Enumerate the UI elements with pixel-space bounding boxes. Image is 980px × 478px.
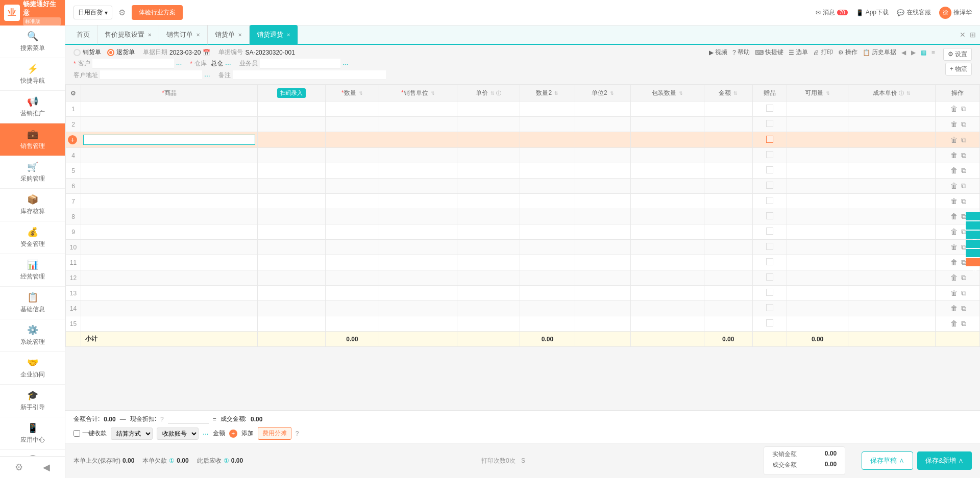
copy-row-5[interactable]: ⧉ — [961, 166, 966, 174]
sidebar-item-guide[interactable]: 🎓新手引导 — [0, 385, 65, 417]
gift-checkbox-10[interactable] — [766, 243, 773, 250]
gift-checkbox-7[interactable] — [766, 197, 773, 204]
remark-input[interactable] — [233, 70, 386, 80]
cell-product-9[interactable] — [81, 224, 258, 240]
tab-close-sales_return[interactable]: ✕ — [286, 32, 290, 38]
tab-close-sales[interactable]: ✕ — [238, 32, 242, 38]
scan-button[interactable]: 扫码录入 — [277, 88, 306, 98]
cell-product-10[interactable] — [81, 240, 258, 255]
tab-sales_order[interactable]: 销售订单✕ — [159, 25, 208, 44]
tab-price[interactable]: 售价提取设置✕ — [97, 25, 159, 44]
cell-product-12[interactable] — [81, 270, 258, 286]
sidebar-item-operation[interactable]: 📊经营管理 — [0, 254, 65, 287]
delete-row-15[interactable]: 🗑 — [950, 319, 958, 328]
copy-row-6[interactable]: ⧉ — [961, 182, 966, 190]
cell-product-15[interactable] — [81, 316, 258, 332]
app-download-button[interactable]: 📱 App下载 — [856, 8, 889, 17]
history-btn[interactable]: 📋 历史单据 — [863, 48, 896, 57]
float-notes[interactable]: 便签 — [966, 212, 980, 220]
tab-close-sales_order[interactable]: ✕ — [196, 32, 200, 38]
gift-checkbox-4[interactable] — [766, 151, 773, 158]
settings-icon[interactable]: ⚙ — [15, 462, 23, 473]
sidebar-item-basic[interactable]: 📋基础信息 — [0, 287, 65, 319]
salesperson-select-icon[interactable]: ··· — [342, 60, 349, 68]
trial-button[interactable]: 体验行业方案 — [132, 5, 183, 20]
add-row-button[interactable]: + — [68, 135, 77, 144]
delete-row-14[interactable]: 🗑 — [950, 304, 958, 312]
address-select-icon[interactable]: ··· — [204, 71, 210, 80]
cell-product-5[interactable] — [81, 163, 258, 179]
gift-checkbox-3[interactable] — [766, 136, 773, 143]
copy-row-13[interactable]: ⧉ — [961, 289, 966, 297]
close-tab-icon[interactable]: ✕ — [960, 31, 966, 39]
select-btn[interactable]: ☰ 选单 — [789, 48, 808, 57]
gift-checkbox-12[interactable] — [766, 273, 773, 281]
cell-product-2[interactable] — [81, 117, 258, 132]
save-draft-button[interactable]: 保存草稿 ∧ — [862, 451, 913, 470]
add-payment-button[interactable]: + — [229, 430, 237, 438]
delete-row-2[interactable]: 🗑 — [950, 120, 958, 128]
cell-product-4[interactable] — [81, 148, 258, 163]
product-input-3[interactable] — [83, 135, 255, 145]
copy-row-3[interactable]: ⧉ — [961, 136, 966, 144]
delete-row-13[interactable]: 🗑 — [950, 289, 958, 297]
user-profile[interactable]: 徐 徐泽华 — [939, 7, 972, 19]
tab-home[interactable]: 首页 — [69, 25, 97, 44]
copy-row-15[interactable]: ⧉ — [961, 319, 966, 328]
industry-dropdown[interactable]: 日用百货 ▾ — [74, 6, 112, 19]
cell-product-8[interactable] — [81, 209, 258, 224]
address-input[interactable] — [100, 70, 202, 80]
sidebar-item-search[interactable]: 🔍搜索菜单 — [0, 26, 65, 58]
delete-row-6[interactable]: 🗑 — [950, 182, 958, 190]
sidebar-item-purchase[interactable]: 🛒采购管理 — [0, 156, 65, 189]
one-click-check[interactable] — [74, 430, 80, 437]
float-task[interactable]: 任务 — [966, 221, 980, 230]
cell-product-1[interactable] — [81, 102, 258, 117]
gift-checkbox-2[interactable] — [766, 120, 773, 127]
float-star[interactable]: 收藏 — [966, 240, 980, 248]
cell-product-7[interactable] — [81, 194, 258, 209]
sidebar-item-wechat[interactable]: 💬企业微信 — [0, 450, 65, 456]
gift-checkbox-15[interactable] — [766, 319, 773, 326]
delete-row-12[interactable]: 🗑 — [950, 273, 958, 282]
nav-prev-icon[interactable]: ◀ — [901, 49, 906, 56]
delete-row-11[interactable]: 🗑 — [950, 258, 958, 266]
maximize-icon[interactable]: ⊞ — [970, 31, 976, 39]
video-btn[interactable]: ▶ 视频 — [709, 48, 727, 57]
delete-row-9[interactable]: 🗑 — [950, 228, 958, 236]
warehouse-select-icon[interactable]: ··· — [225, 60, 231, 68]
sidebar-item-cooperation[interactable]: 🤝企业协同 — [0, 352, 65, 385]
gift-checkbox-11[interactable] — [766, 258, 773, 265]
collapse-icon[interactable]: ◀ — [43, 462, 50, 473]
status-circle-3[interactable]: ① — [224, 457, 229, 464]
gift-checkbox-8[interactable] — [766, 212, 773, 219]
gift-checkbox-9[interactable] — [766, 228, 773, 235]
status-circle-2[interactable]: ① — [169, 457, 175, 464]
gift-checkbox-1[interactable] — [766, 105, 773, 112]
copy-row-14[interactable]: ⧉ — [961, 304, 966, 312]
th-gear[interactable]: ⚙ — [66, 85, 81, 102]
save-new-button[interactable]: 保存&新增 ∧ — [917, 451, 972, 470]
copy-row-4[interactable]: ⧉ — [961, 151, 966, 159]
operate-btn[interactable]: ⚙ 操作 — [838, 48, 857, 57]
sidebar-bottom[interactable]: ⚙ ◀ — [0, 456, 65, 478]
account-select-icon[interactable]: ··· — [203, 430, 209, 438]
gift-checkbox-6[interactable] — [766, 182, 773, 189]
discount-input[interactable] — [168, 414, 209, 424]
radio-return[interactable]: 退货单 — [107, 48, 135, 57]
tab-close-price[interactable]: ✕ — [148, 32, 152, 38]
cell-product-3[interactable] — [81, 132, 258, 148]
topbar-gear-icon[interactable]: ⚙ — [118, 8, 126, 17]
cell-product-6[interactable] — [81, 179, 258, 194]
sidebar-item-sales[interactable]: 💼销售管理 — [0, 123, 65, 156]
delete-row-7[interactable]: 🗑 — [950, 197, 958, 205]
sidebar-item-shortcut[interactable]: ⚡快捷导航 — [0, 58, 65, 91]
sidebar-item-finance[interactable]: 💰资金管理 — [0, 221, 65, 254]
float-chat[interactable]: 消息 — [966, 249, 980, 257]
tab-sales[interactable]: 销货单✕ — [208, 25, 250, 44]
messages-button[interactable]: ✉ 消息 70 — [816, 8, 848, 17]
delete-row-3[interactable]: 🗑 — [950, 136, 958, 144]
settlement-method-select[interactable]: 结算方式 — [111, 427, 153, 440]
help-btn[interactable]: ? 帮助 — [732, 48, 750, 57]
customer-input[interactable] — [92, 59, 174, 68]
